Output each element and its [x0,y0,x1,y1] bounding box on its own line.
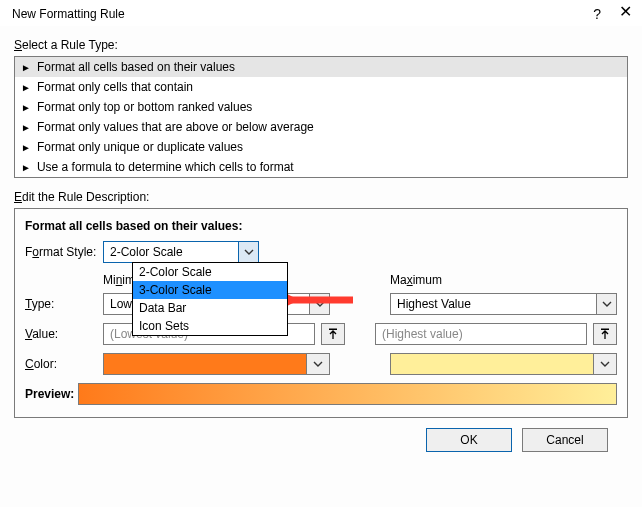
description-title: Format all cells based on their values: [25,219,617,233]
rule-type-item[interactable]: ►Format only top or bottom ranked values [15,97,627,117]
chevron-down-icon[interactable] [309,294,329,314]
rule-type-item[interactable]: ►Format only values that are above or be… [15,117,627,137]
dropdown-option[interactable]: 2-Color Scale [133,263,287,281]
dropdown-option[interactable]: 3-Color Scale [133,281,287,299]
preview-label: Preview: [25,387,74,401]
rule-type-item[interactable]: ►Format all cells based on their values [15,57,627,77]
preview-row: Preview: [25,383,617,405]
rule-type-item[interactable]: ►Use a formula to determine which cells … [15,157,627,177]
format-style-combo[interactable]: 2-Color Scale [103,241,259,263]
chevron-down-icon[interactable] [238,242,258,262]
max-value-input[interactable]: (Highest value) [375,323,587,345]
format-style-row: Format Style: 2-Color Scale 2-Color Scal… [25,241,617,263]
rule-type-text: Format all cells based on their values [37,60,235,74]
format-style-value: 2-Color Scale [104,245,238,259]
max-type-combo[interactable]: Highest Value [390,293,617,315]
rule-type-text: Format only top or bottom ranked values [37,100,252,114]
preview-gradient [78,383,617,405]
max-value-placeholder: (Highest value) [376,327,586,341]
format-style-label: Format Style: [25,245,103,259]
value-label: Value: [25,327,103,341]
dropdown-option[interactable]: Icon Sets [133,317,287,335]
rule-type-item[interactable]: ►Format only unique or duplicate values [15,137,627,157]
chevron-right-icon: ► [21,142,31,153]
type-row: Type: Lowest Value Highest Value [25,293,617,315]
range-picker-icon[interactable] [321,323,345,345]
rule-type-text: Format only unique or duplicate values [37,140,243,154]
rule-type-list[interactable]: ►Format all cells based on their values … [14,56,628,178]
ok-button[interactable]: OK [426,428,512,452]
cancel-button[interactable]: Cancel [522,428,608,452]
svg-rect-0 [329,329,337,331]
minmax-columns: Minimum Maximum [25,273,617,293]
chevron-right-icon: ► [21,62,31,73]
chevron-right-icon: ► [21,122,31,133]
chevron-right-icon: ► [21,102,31,113]
window-title: New Formatting Rule [12,7,125,21]
chevron-right-icon: ► [21,162,31,173]
maximum-column: Maximum [390,273,617,293]
rule-type-item[interactable]: ►Format only cells that contain [15,77,627,97]
min-color-swatch [103,353,306,375]
svg-rect-1 [601,329,609,331]
rule-type-text: Use a formula to determine which cells t… [37,160,294,174]
titlebar: New Formatting Rule ? ✕ [0,0,642,26]
color-row: Color: [25,353,617,375]
select-rule-type-label: Select a Rule Type: [14,38,628,52]
dialog-content: Select a Rule Type: ►Format all cells ba… [0,26,642,462]
chevron-down-icon[interactable] [306,353,330,375]
max-type-value: Highest Value [391,297,596,311]
chevron-right-icon: ► [21,82,31,93]
edit-description-label: Edit the Rule Description: [14,190,628,204]
color-label: Color: [25,357,103,371]
value-row: Value: (Lowest value) (Highest value) [25,323,617,345]
format-style-dropdown[interactable]: 2-Color Scale 3-Color Scale Data Bar Ico… [132,262,288,336]
rule-type-text: Format only values that are above or bel… [37,120,314,134]
rule-description-box: Format all cells based on their values: … [14,208,628,418]
rule-type-text: Format only cells that contain [37,80,193,94]
max-color-combo[interactable] [390,353,617,375]
chevron-down-icon[interactable] [593,353,617,375]
dialog-footer: OK Cancel [14,418,628,452]
range-picker-icon[interactable] [593,323,617,345]
window-controls: ? ✕ [593,6,632,22]
close-button[interactable]: ✕ [619,6,632,22]
min-color-combo[interactable] [103,353,330,375]
dropdown-option[interactable]: Data Bar [133,299,287,317]
max-color-swatch [390,353,593,375]
help-button[interactable]: ? [593,6,601,22]
chevron-down-icon[interactable] [596,294,616,314]
type-label: Type: [25,297,103,311]
maximum-header: Maximum [390,273,617,287]
